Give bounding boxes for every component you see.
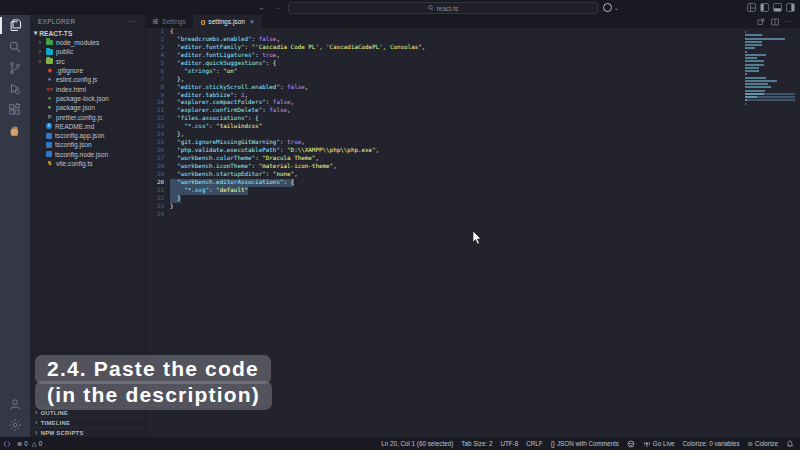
chevron-down-icon: ▾: [34, 29, 37, 37]
code-area[interactable]: 1{2 "breadcrumbs.enabled": false,3 "edit…: [145, 28, 425, 219]
tree-item-src[interactable]: ›src: [30, 57, 145, 66]
toggle-primary-sidebar-icon[interactable]: [760, 3, 769, 12]
line-number: 1: [145, 28, 170, 36]
code-line[interactable]: 23}: [145, 203, 425, 211]
code-line[interactable]: 2 "breadcrumbs.enabled": false,: [145, 36, 425, 44]
live-server-extension-icon[interactable]: [0, 120, 30, 141]
tree-item-eslint.config.js[interactable]: ●eslint.config.js: [30, 75, 145, 84]
code-line[interactable]: 3 "editor.fontFamily": "'Cascadia Code P…: [145, 44, 425, 52]
tree-item-node_modules[interactable]: ›node_modules: [30, 38, 145, 47]
tree-item-tsconfig.node.json[interactable]: tsconfig.node.json: [30, 150, 145, 159]
extensions-icon[interactable]: [0, 99, 30, 120]
code-line[interactable]: 7 },: [145, 76, 425, 84]
minimap-line: [745, 31, 795, 33]
sidebar-section-npm-scripts[interactable]: ›NPM SCRIPTS: [30, 427, 145, 437]
minimap[interactable]: [745, 31, 795, 109]
code-line[interactable]: 10 "explorer.compactFolders": false,: [145, 99, 425, 107]
explorer-icon[interactable]: [0, 15, 30, 36]
tree-item-package.json[interactable]: ●package.json: [30, 103, 145, 112]
code-line[interactable]: 20 "workbench.editorAssociations": {: [145, 179, 425, 187]
error-icon: ⊗: [17, 440, 22, 447]
more-actions-icon[interactable]: ⋯: [785, 18, 792, 26]
remote-indicator-icon[interactable]: [3, 440, 11, 448]
copilot-status-icon[interactable]: [627, 440, 635, 448]
code-line[interactable]: 5 "editor.quickSuggestions": {: [145, 60, 425, 68]
code-line[interactable]: 21 "*.svg": "default": [145, 187, 425, 195]
code-text: },: [170, 131, 184, 139]
encoding-indicator[interactable]: UTF-8: [500, 440, 518, 447]
tab-bar: Settings {} settings.json × ⋯: [145, 15, 800, 28]
vscode-window: ← → react-ts ⌄: [0, 0, 800, 450]
copilot-icon: [603, 3, 612, 12]
code-text: "workbench.editorAssociations": {: [170, 179, 294, 187]
problems-indicator[interactable]: ⊗0 △0: [17, 440, 42, 447]
code-line[interactable]: 6 "strings": "on": [145, 68, 425, 76]
code-line[interactable]: 19 "workbench.startupEditor": "none",: [145, 171, 425, 179]
nav-forward-icon[interactable]: →: [273, 3, 281, 12]
tree-item-vite.config.ts[interactable]: ↯vite.config.ts: [30, 159, 145, 168]
tree-item-README.md[interactable]: iREADME.md: [30, 122, 145, 131]
tab-settings[interactable]: Settings: [145, 15, 194, 28]
accounts-icon[interactable]: [0, 393, 30, 414]
split-editor-icon[interactable]: [771, 18, 779, 26]
code-line[interactable]: 22 }: [145, 195, 425, 203]
toggle-secondary-sidebar-icon[interactable]: [786, 3, 795, 12]
notifications-bell-icon[interactable]: [786, 440, 794, 448]
code-line[interactable]: 8 "editor.stickyScroll.enabled": false,: [145, 84, 425, 92]
code-line[interactable]: 16 "php.validate.executablePath": "D:\\X…: [145, 147, 425, 155]
go-live-button[interactable]: Go Live: [643, 440, 675, 448]
tree-item-index.html[interactable]: <>index.html: [30, 84, 145, 93]
colorize-toggle[interactable]: ⊘ Colorize: [748, 440, 778, 447]
code-text: "git.ignoreMissingGitWarning": true,: [170, 139, 305, 147]
colorize-variables[interactable]: Colorize: 0 variables: [683, 440, 740, 447]
tree-item-prettier.config.js[interactable]: Pprettier.config.js: [30, 112, 145, 121]
code-line[interactable]: 15 "git.ignoreMissingGitWarning": true,: [145, 139, 425, 147]
code-line[interactable]: 4 "editor.fontLigatures": true,: [145, 52, 425, 60]
customize-layout-icon[interactable]: [747, 3, 756, 12]
project-root-row[interactable]: ▾ REACT-TS: [30, 28, 145, 38]
tsconfig-icon: [46, 142, 52, 148]
explorer-more-actions-icon[interactable]: ···: [129, 18, 137, 25]
code-line[interactable]: 9 "editor.tabSize": 2,: [145, 92, 425, 100]
file-label: src: [56, 58, 65, 65]
code-line[interactable]: 13 "*.css": "tailwindcss": [145, 123, 425, 131]
toggle-panel-icon[interactable]: [773, 3, 782, 12]
tree-item-public[interactable]: ›public: [30, 47, 145, 56]
search-sidebar-icon[interactable]: [0, 36, 30, 57]
chevron-right-icon: ›: [35, 419, 38, 426]
minimap-line: [745, 103, 795, 105]
tree-item-package-lock.json[interactable]: ●package-lock.json: [30, 94, 145, 103]
run-debug-icon[interactable]: [0, 78, 30, 99]
tab-size-indicator[interactable]: Tab Size: 2: [461, 440, 492, 447]
tree-item-tsconfig.app.json[interactable]: tsconfig.app.json: [30, 131, 145, 140]
title-bar: ← → react-ts ⌄: [0, 0, 800, 15]
disabled-icon: ⊘: [748, 440, 753, 447]
tab-label: settings.json: [208, 18, 245, 25]
code-line[interactable]: 1{: [145, 28, 425, 36]
close-tab-icon[interactable]: ×: [250, 18, 254, 25]
folder-icon: [46, 58, 53, 64]
code-line[interactable]: 24: [145, 211, 425, 219]
code-line[interactable]: 17 "workbench.colorTheme": "Dracula Them…: [145, 155, 425, 163]
code-line[interactable]: 12 "files.associations": {: [145, 115, 425, 123]
nav-back-icon[interactable]: ←: [258, 3, 266, 12]
code-line[interactable]: 11 "explorer.confirmDelete": false,: [145, 107, 425, 115]
eol-indicator[interactable]: CRLF: [526, 440, 542, 447]
tab-settings-json[interactable]: {} settings.json ×: [194, 15, 262, 28]
json-icon: {}: [551, 440, 555, 447]
tree-item-.gitignore[interactable]: ◆.gitignore: [30, 66, 145, 75]
cursor-position[interactable]: Ln 20, Col 1 (60 selected): [381, 440, 453, 447]
sidebar-section-timeline[interactable]: ›TIMELINE: [30, 417, 145, 427]
code-line[interactable]: 18 "workbench.iconTheme": "material-icon…: [145, 163, 425, 171]
tree-item-tsconfig.json[interactable]: tsconfig.json: [30, 140, 145, 149]
settings-gear-icon[interactable]: [0, 414, 30, 435]
command-center-search[interactable]: react-ts: [288, 2, 598, 14]
source-control-icon[interactable]: [0, 57, 30, 78]
minimap-line: [745, 70, 795, 72]
file-label: vite.config.ts: [56, 160, 93, 167]
code-line[interactable]: 14 },: [145, 131, 425, 139]
open-settings-ui-icon[interactable]: [757, 18, 765, 26]
code-text: "editor.fontLigatures": true,: [170, 52, 280, 60]
language-mode[interactable]: {} JSON with Comments: [551, 440, 619, 447]
copilot-menu[interactable]: ⌄: [603, 3, 619, 12]
